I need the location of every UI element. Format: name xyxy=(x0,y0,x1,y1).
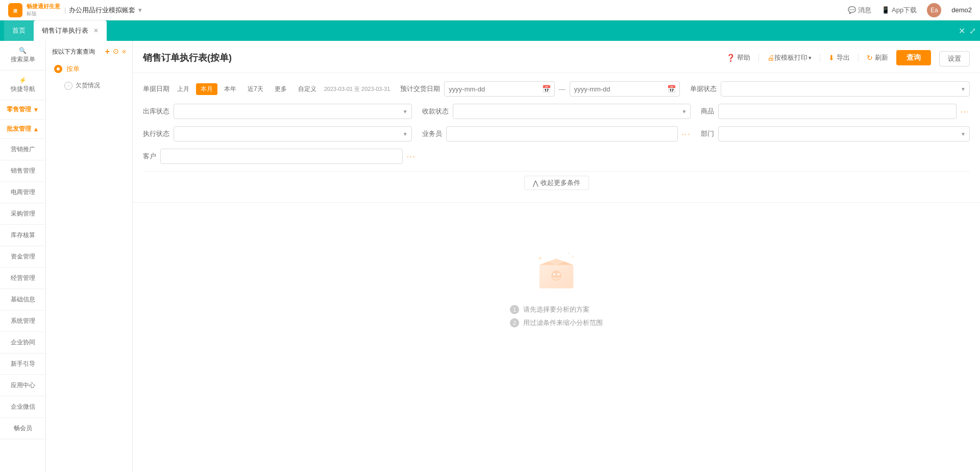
print-icon: 🖨 xyxy=(767,54,774,62)
tip-num-1: 1 xyxy=(510,305,519,314)
settings-scheme-btn[interactable]: ⊙ xyxy=(113,47,119,56)
export-btn[interactable]: ⬇ 导出 xyxy=(828,53,850,62)
dept-select[interactable] xyxy=(718,126,970,141)
scheme-by-order[interactable]: 按单 xyxy=(46,60,132,78)
divider-3 xyxy=(858,54,859,62)
sidebar-item-appstore[interactable]: 应用中心 xyxy=(0,375,45,396)
goods-input[interactable] xyxy=(718,104,957,119)
svg-text:捷: 捷 xyxy=(13,9,17,13)
breadcrumb-arrow-icon[interactable]: ▾ xyxy=(138,6,142,14)
salesperson-group: 业务员 ··· xyxy=(422,126,691,141)
app-download-btn[interactable]: 📱 App下载 xyxy=(881,6,917,15)
scheme-debt[interactable]: ○ 欠货情况 xyxy=(46,78,132,93)
salesperson-label: 业务员 xyxy=(422,129,442,138)
collapse-btn[interactable]: ⋀ 收起更多条件 xyxy=(524,176,589,190)
expected-date-range: 📅 — 📅 xyxy=(444,81,680,97)
sidebar-item-sales[interactable]: 销售管理 xyxy=(0,160,45,182)
dept-select-wrap xyxy=(718,126,970,141)
quick-date-more[interactable]: 更多 xyxy=(270,83,291,95)
salesperson-input[interactable] xyxy=(446,126,678,141)
settings-btn[interactable]: 设置 xyxy=(939,51,970,66)
print-btn[interactable]: 🖨 按模板打印 ▾ xyxy=(767,53,812,62)
calendar-end-icon[interactable]: 📅 xyxy=(667,85,676,93)
collapse-panel-btn[interactable]: « xyxy=(122,47,126,56)
sidebar-item-operation[interactable]: 经营管理 xyxy=(0,268,45,289)
ship-status-select[interactable] xyxy=(174,104,412,119)
sidebar-item-inventory[interactable]: 库存核算 xyxy=(0,225,45,246)
quick-date-7days[interactable]: 近7天 xyxy=(243,83,268,95)
goods-group: 商品 ··· xyxy=(701,104,970,119)
tab-expand-btn[interactable]: ⤢ xyxy=(969,26,976,36)
sidebar-item-system[interactable]: 系统管理 xyxy=(0,311,45,332)
expected-date-group: 预计交货日期 📅 — 📅 xyxy=(400,81,680,97)
sidebar-item-wechat[interactable]: 企业微信 xyxy=(0,396,45,418)
empty-tip-2: 2 用过滤条件来缩小分析范围 xyxy=(510,318,603,327)
tab-close-icon[interactable]: ✕ xyxy=(93,27,99,34)
divider-1 xyxy=(758,54,759,62)
export-icon: ⬇ xyxy=(828,54,835,62)
breadcrumb: | 办公用品行业模拟账套 ▾ xyxy=(64,6,142,15)
left-panel: 按以下方案查询 + ⊙ « 按单 ○ 欠货情况 xyxy=(46,41,133,472)
sidebar-item-member[interactable]: 畅会员 xyxy=(0,418,45,439)
page-title: 销售订单执行表(按单) xyxy=(143,52,232,64)
payment-status-select-wrap xyxy=(453,104,691,119)
page-actions: ❓ 帮助 🖨 按模板打印 ▾ ⬇ 导出 xyxy=(726,49,970,66)
sidebar-item-wholesale[interactable]: 批发管理 ▲ xyxy=(0,120,45,139)
dept-group: 部门 xyxy=(701,126,970,141)
quick-date-last-month[interactable]: 上月 xyxy=(173,83,194,95)
tab-close-all-btn[interactable]: ✕ xyxy=(959,26,965,36)
query-btn[interactable]: 查询 xyxy=(896,50,931,65)
top-header: 捷 畅捷通好生意 标版 | 办公用品行业模拟账套 ▾ 💬 消息 📱 App下载 … xyxy=(0,0,980,20)
date-label: 单据日期 xyxy=(143,84,169,93)
avatar[interactable]: Ea xyxy=(927,3,941,17)
tab-home[interactable]: 首页 xyxy=(4,20,34,41)
sidebar-item-finance[interactable]: 资金管理 xyxy=(0,246,45,268)
salesperson-more-btn[interactable]: ··· xyxy=(682,130,691,138)
sidebar-item-guide[interactable]: 新手引导 xyxy=(0,353,45,375)
help-btn[interactable]: ❓ 帮助 xyxy=(726,53,750,62)
ship-status-select-wrap xyxy=(174,104,412,119)
left-panel-actions: + ⊙ « xyxy=(105,47,126,56)
date-separator: — xyxy=(559,85,566,93)
page-header: 销售订单执行表(按单) ❓ 帮助 🖨 按模板打印 ▾ ⬇ xyxy=(133,41,980,73)
svg-text:✦: ✦ xyxy=(537,255,543,262)
tab-sales-exec[interactable]: 销售订单执行表 ✕ xyxy=(34,20,107,41)
sidebar-search[interactable]: 🔍 搜索菜单 xyxy=(0,41,45,70)
logo-icon: 捷 xyxy=(8,3,22,17)
scheme-query-label: 按以下方案查询 xyxy=(52,48,95,56)
print-dropdown-arrow-icon[interactable]: ▾ xyxy=(808,55,812,61)
expected-date-end-wrap: 📅 xyxy=(570,81,680,97)
expected-date-start-input[interactable] xyxy=(444,81,554,97)
main-layout: 🔍 搜索菜单 ⚡ 快捷导航 零售管理 ▼ 批发管理 ▲ 营销推广 销售管理 电商… xyxy=(0,41,980,472)
customer-input[interactable] xyxy=(160,149,403,164)
home-tab-label: 首页 xyxy=(12,26,26,35)
customer-more-btn[interactable]: ··· xyxy=(407,152,416,160)
payment-status-select[interactable] xyxy=(453,104,691,119)
calendar-start-icon[interactable]: 📅 xyxy=(542,85,551,93)
collapse-row: ⋀ 收起更多条件 xyxy=(143,171,970,194)
quicknav-icon: ⚡ xyxy=(19,77,27,84)
add-scheme-btn[interactable]: + xyxy=(105,47,110,56)
quick-date-this-year[interactable]: 本年 xyxy=(219,83,241,95)
sidebar-item-purchase[interactable]: 采购管理 xyxy=(0,203,45,225)
sidebar-item-retail[interactable]: 零售管理 ▼ xyxy=(0,100,45,120)
exec-status-select[interactable] xyxy=(174,126,412,141)
username-label: demo2 xyxy=(951,6,972,14)
status-select[interactable] xyxy=(721,81,970,97)
left-panel-header: 按以下方案查询 + ⊙ « xyxy=(46,47,132,60)
sidebar-item-basic[interactable]: 基础信息 xyxy=(0,289,45,311)
message-btn[interactable]: 💬 消息 xyxy=(848,6,871,15)
quick-date-this-month[interactable]: 本月 xyxy=(196,83,217,95)
sidebar-item-enterprise[interactable]: 企业协同 xyxy=(0,332,45,353)
quick-date-custom[interactable]: 自定义 xyxy=(293,83,321,95)
sidebar-item-marketing[interactable]: 营销推广 xyxy=(0,139,45,160)
refresh-btn[interactable]: ↻ 刷新 xyxy=(867,53,888,62)
sidebar-quicknav[interactable]: ⚡ 快捷导航 xyxy=(0,70,45,100)
status-label: 单据状态 xyxy=(690,84,717,93)
sidebar-item-ecommerce[interactable]: 电商管理 xyxy=(0,182,45,203)
sales-exec-tab-label: 销售订单执行表 xyxy=(42,26,88,35)
goods-more-btn[interactable]: ··· xyxy=(961,107,970,115)
expected-date-end-input[interactable] xyxy=(570,81,680,97)
tip-num-2: 2 xyxy=(510,318,519,327)
empty-tip-1: 1 请先选择要分析的方案 xyxy=(510,305,603,314)
